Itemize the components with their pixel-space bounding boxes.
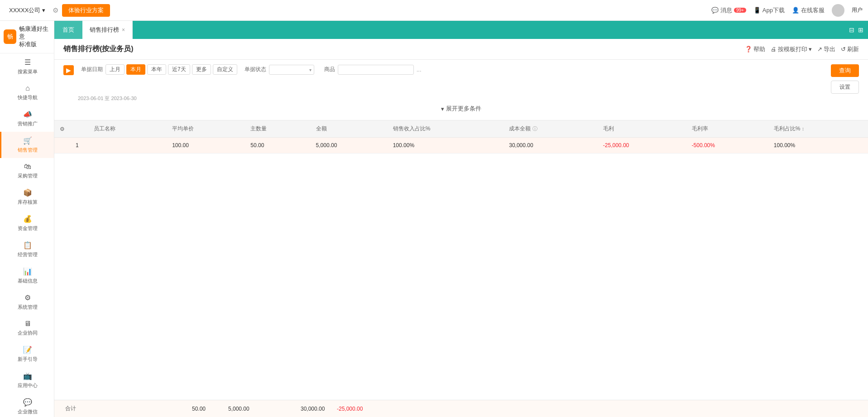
cell-sales-pct: 100.00% [388,138,504,153]
sidebar-label-finance: 资金管理 [18,225,38,232]
inventory-icon: 📦 [23,188,32,197]
sidebar-item-quicknav[interactable]: ⌂ 快捷导航 [0,80,54,105]
period-7days[interactable]: 近7天 [168,64,190,75]
col-qty: 主数量 [245,120,310,138]
weixin-icon: 💬 [23,398,32,407]
period-current-year[interactable]: 本年 [147,64,166,75]
message-badge: 99+ [734,8,746,13]
cell-profit: -25,000.00 [598,138,686,153]
date-filter-label: 单据日期 [81,66,103,73]
sidebar-logo: 畅 畅康通好生意 标准版 [0,21,54,53]
col-sales-pct: 销售收入占比% [388,120,504,138]
period-more[interactable]: 更多 [192,64,211,75]
period-current-month[interactable]: 本月 [126,64,145,75]
col-profit-pct: 毛利占比% ↕ [768,120,868,138]
minimize-icon[interactable]: ⊟ [849,26,854,34]
query-btn[interactable]: 查询 [831,64,859,77]
purchase-icon: 🛍 [24,163,31,171]
app-download-label: App下载 [762,6,785,14]
sidebar-item-weixin[interactable]: 💬 企业微信 [0,393,54,417]
sidebar-item-corp-collab[interactable]: 🖥 企业协同 [0,315,54,341]
expand-label: 展开更多条件 [446,105,481,113]
footer-cost: 30,000.00 [295,406,331,412]
expand-icon: ▾ [441,105,444,112]
col-settings[interactable]: ⚙ [54,120,70,138]
sidebar-item-marketing[interactable]: 📣 营销推广 [0,105,54,132]
sidebar-item-appstore[interactable]: 📺 应用中心 [0,367,54,393]
sidebar-item-system[interactable]: ⚙ 系统管理 [0,289,54,315]
user-name: 用户 [852,6,863,14]
online-service-btn[interactable]: 👤 在线客服 [792,6,825,14]
page-title: 销售排行榜(按业务员) [63,44,745,54]
tab-label: 销售排行榜 [90,26,119,34]
export-btn[interactable]: ↗ 导出 [817,45,835,53]
refresh-btn[interactable]: ↺ 刷新 [841,45,859,53]
service-icon: 👤 [792,7,799,14]
sidebar-label-inventory: 库存核算 [18,199,38,206]
sidebar: 畅 畅康通好生意 标准版 ☰ 搜索菜单 ⌂ 快捷导航 📣 营销推广 🛒 销售管理… [0,21,54,417]
search-menu-icon: ☰ [24,58,31,67]
goods-input[interactable] [338,65,414,75]
guide-icon: 📝 [23,345,32,354]
trial-btn[interactable]: 体验行业方案 [62,4,110,17]
company-selector[interactable]: XXXXX公司 ▾ [5,5,49,16]
sidebar-item-guide[interactable]: 📝 新手引导 [0,341,54,367]
help-btn[interactable]: ❓ 帮助 [745,45,765,53]
period-custom[interactable]: 自定义 [213,64,237,75]
cell-profit-pct: 100.00% [768,138,868,153]
print-chevron: ▾ [809,46,812,53]
tab-sales-ranking[interactable]: 销售排行榜 × [82,21,133,39]
print-btn[interactable]: 🖨 按模板打印 ▾ [771,45,812,53]
cell-profit-rate: -500.00% [686,138,768,153]
message-btn[interactable]: 💬 消息 99+ [711,6,746,14]
sidebar-item-sales[interactable]: 🛒 销售管理 [0,132,54,158]
period-last-month[interactable]: 上月 [106,64,125,75]
sidebar-item-finance[interactable]: 💰 资金管理 [0,210,54,236]
chevron-down-icon: ▾ [42,7,45,14]
tab-close-icon[interactable]: × [122,27,125,33]
app-download-btn[interactable]: 📱 App下载 [753,6,785,14]
sidebar-item-inventory[interactable]: 📦 库存核算 [0,184,54,210]
footer-amount: 5,000.00 [223,406,259,412]
sidebar-label-collab: 企业协同 [18,330,38,336]
data-table: ⚙ 员工名称 平均单价 主数量 全额 销售收入占比% 成本全额 ⓘ 毛利 [54,120,868,153]
profit-pct-info-icon: ↕ [802,126,805,131]
status-filter-label: 单据状态 [245,66,266,73]
table-footer: 合计 50.00 5,000.00 30,000.00 -25,000.00 [54,400,868,417]
filter-expand-arrow[interactable]: ▶ [63,65,74,75]
tab-home[interactable]: 首页 [54,21,82,39]
col-amount: 全额 [311,120,388,138]
sidebar-item-basics[interactable]: 📊 基础信息 [0,263,54,289]
cell-amount: 5,000.00 [311,138,388,153]
sidebar-item-purchase[interactable]: 🛍 采购管理 [0,158,54,184]
home-icon: ⌂ [25,84,30,92]
settings-btn[interactable]: 设置 [831,81,859,94]
footer-label: 合计 [60,405,150,412]
logo-icon: 畅 [4,29,16,44]
cell-rank: 1 [70,138,88,153]
help-label: 帮助 [753,45,765,53]
marketing-icon: 📣 [23,110,32,119]
maximize-icon[interactable]: ⊞ [858,26,863,34]
finance-icon: 💰 [23,215,32,223]
export-icon: ↗ [817,46,822,53]
system-icon: ⚙ [24,293,31,302]
sidebar-item-search[interactable]: ☰ 搜索菜单 [0,53,54,80]
col-profit: 毛利 [598,120,686,138]
sidebar-label-search: 搜索菜单 [18,68,38,75]
goods-filter-label: 商品 [324,66,335,73]
cell-cost: 30,000.00 [504,138,598,153]
avatar[interactable] [832,4,844,17]
filter-inputs: 单据日期 上月 本月 本年 近7天 更多 自定义 单据状态 [81,64,824,75]
status-filter-group: 单据状态 [245,65,317,75]
table-row: 1 100.00 50.00 5,000.00 100.00% 30,000.0… [54,138,868,153]
sidebar-item-operations[interactable]: 📋 经营管理 [0,236,54,263]
col-name: 员工名称 [88,120,167,138]
date-filter-group: 单据日期 上月 本月 本年 近7天 更多 自定义 [81,64,237,75]
settings-icon[interactable]: ⚙ [53,6,58,14]
export-label: 导出 [824,45,835,53]
expand-more-btn[interactable]: ▾ 展开更多条件 [441,105,481,113]
status-select[interactable] [269,65,314,75]
company-name: XXXXX公司 [9,6,40,14]
footer-profit: -25,000.00 [331,406,368,412]
